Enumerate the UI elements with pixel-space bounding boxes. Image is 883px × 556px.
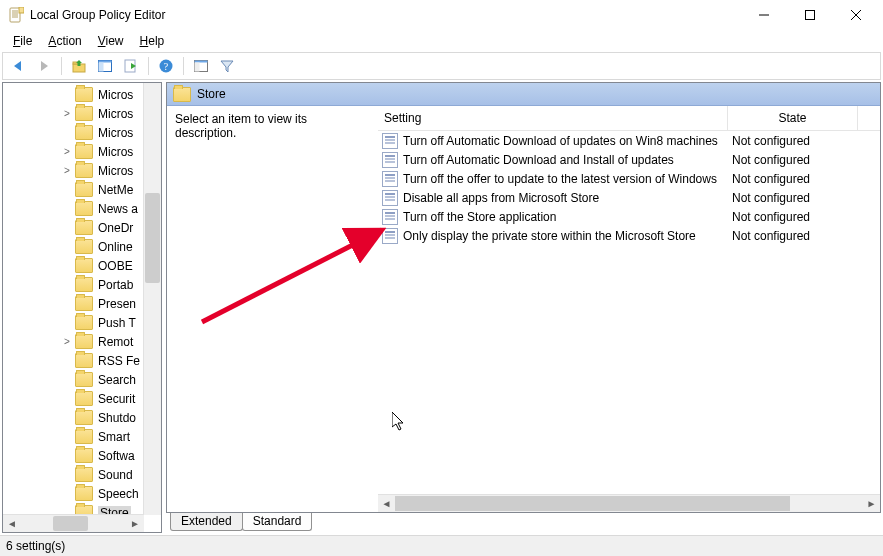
window-title: Local Group Policy Editor xyxy=(30,8,741,22)
folder-icon xyxy=(75,486,93,501)
tree-item-label: Micros xyxy=(98,88,133,102)
menu-view[interactable]: View xyxy=(91,33,131,49)
scrollbar-thumb[interactable] xyxy=(395,496,790,511)
policy-state: Not configured xyxy=(728,153,858,167)
tree[interactable]: Micros>MicrosMicros>Micros>MicrosNetMeNe… xyxy=(3,83,144,515)
tree-item[interactable]: Push T xyxy=(3,313,144,332)
policy-state: Not configured xyxy=(728,229,858,243)
tree-item[interactable]: Online xyxy=(3,237,144,256)
tree-item[interactable]: Portab xyxy=(3,275,144,294)
tree-item[interactable]: OOBE xyxy=(3,256,144,275)
properties-button[interactable] xyxy=(190,55,212,77)
window-root: Local Group Policy Editor File Action Vi… xyxy=(0,0,883,556)
description-text: Select an item to view its description. xyxy=(175,112,307,140)
tree-hscrollbar[interactable]: ◄ ► xyxy=(3,514,144,532)
folder-icon xyxy=(75,334,93,349)
svg-rect-7 xyxy=(806,11,815,20)
toolbar-separator xyxy=(61,57,62,75)
folder-icon xyxy=(75,125,93,140)
menu-help[interactable]: Help xyxy=(133,33,172,49)
tree-item[interactable]: NetMe xyxy=(3,180,144,199)
tree-item[interactable]: Smart xyxy=(3,427,144,446)
policy-row[interactable]: Only display the private store within th… xyxy=(378,226,880,245)
menu-file[interactable]: File xyxy=(6,33,39,49)
toolbar: ? xyxy=(2,52,881,80)
scrollbar-thumb[interactable] xyxy=(53,516,88,531)
expander-icon[interactable]: > xyxy=(61,108,73,119)
menu-action[interactable]: Action xyxy=(41,33,88,49)
expander-icon[interactable]: > xyxy=(61,165,73,176)
policy-row[interactable]: Turn off Automatic Download of updates o… xyxy=(378,131,880,150)
tree-item[interactable]: Micros xyxy=(3,123,144,142)
tree-item-label: Presen xyxy=(98,297,136,311)
policy-icon xyxy=(382,171,398,187)
policy-name: Only display the private store within th… xyxy=(403,229,696,243)
scroll-arrow-left-icon[interactable]: ◄ xyxy=(378,495,395,512)
tree-item[interactable]: RSS Fe xyxy=(3,351,144,370)
minimize-button[interactable] xyxy=(741,0,787,30)
tree-item-label: NetMe xyxy=(98,183,133,197)
expander-icon[interactable]: > xyxy=(61,146,73,157)
tree-item[interactable]: >Micros xyxy=(3,161,144,180)
window-controls xyxy=(741,0,879,30)
policy-row[interactable]: Disable all apps from Microsoft StoreNot… xyxy=(378,188,880,207)
tree-item-label: Online xyxy=(98,240,133,254)
folder-icon xyxy=(75,372,93,387)
tree-item[interactable]: Search xyxy=(3,370,144,389)
up-folder-button[interactable] xyxy=(68,55,90,77)
tree-item[interactable]: Micros xyxy=(3,85,144,104)
tree-item[interactable]: Presen xyxy=(3,294,144,313)
policy-row[interactable]: Turn off Automatic Download and Install … xyxy=(378,150,880,169)
column-setting[interactable]: Setting xyxy=(378,106,728,130)
scroll-arrow-right-icon[interactable]: ► xyxy=(130,518,144,529)
tree-item-label: Smart xyxy=(98,430,130,444)
back-button[interactable] xyxy=(7,55,29,77)
policy-name: Turn off Automatic Download and Install … xyxy=(403,153,674,167)
show-tree-button[interactable] xyxy=(94,55,116,77)
tree-vscrollbar[interactable] xyxy=(143,83,161,515)
column-state[interactable]: State xyxy=(728,106,858,130)
tree-item-label: Sound xyxy=(98,468,133,482)
listview-body: Select an item to view its description. … xyxy=(167,106,880,512)
tree-item[interactable]: >Micros xyxy=(3,142,144,161)
tree-item[interactable]: Speech xyxy=(3,484,144,503)
policy-state: Not configured xyxy=(728,134,858,148)
tree-item[interactable]: News a xyxy=(3,199,144,218)
maximize-button[interactable] xyxy=(787,0,833,30)
listview-hscrollbar[interactable]: ◄ ► xyxy=(378,494,880,512)
tree-item-label: Remot xyxy=(98,335,133,349)
folder-icon xyxy=(75,467,93,482)
scrollbar-thumb[interactable] xyxy=(145,193,160,283)
policy-row[interactable]: Turn off the offer to update to the late… xyxy=(378,169,880,188)
forward-button[interactable] xyxy=(33,55,55,77)
status-text: 6 setting(s) xyxy=(6,539,65,553)
tree-item[interactable]: >Micros xyxy=(3,104,144,123)
tree-item-label: Push T xyxy=(98,316,136,330)
tree-item[interactable]: Shutdo xyxy=(3,408,144,427)
help-button[interactable]: ? xyxy=(155,55,177,77)
tab-extended[interactable]: Extended xyxy=(170,513,243,531)
scroll-arrow-left-icon[interactable]: ◄ xyxy=(3,518,17,529)
tab-standard[interactable]: Standard xyxy=(242,513,313,531)
tree-item[interactable]: Sound xyxy=(3,465,144,484)
policy-row[interactable]: Turn off the Store applicationNot config… xyxy=(378,207,880,226)
filter-button[interactable] xyxy=(216,55,238,77)
tree-item-label: Micros xyxy=(98,164,133,178)
tree-item[interactable]: Softwa xyxy=(3,446,144,465)
tree-item-label: Shutdo xyxy=(98,411,136,425)
policy-icon xyxy=(382,152,398,168)
scroll-arrow-right-icon[interactable]: ► xyxy=(863,495,880,512)
policy-name: Turn off the Store application xyxy=(403,210,556,224)
listview: Store Select an item to view its descrip… xyxy=(166,82,881,513)
tree-item[interactable]: OneDr xyxy=(3,218,144,237)
tree-item[interactable]: Securit xyxy=(3,389,144,408)
close-button[interactable] xyxy=(833,0,879,30)
folder-icon xyxy=(75,448,93,463)
export-button[interactable] xyxy=(120,55,142,77)
folder-icon xyxy=(75,182,93,197)
expander-icon[interactable]: > xyxy=(61,336,73,347)
policy-icon xyxy=(382,133,398,149)
policy-state: Not configured xyxy=(728,210,858,224)
tree-item[interactable]: >Remot xyxy=(3,332,144,351)
list-pane: Setting State Turn off Automatic Downloa… xyxy=(378,106,880,512)
